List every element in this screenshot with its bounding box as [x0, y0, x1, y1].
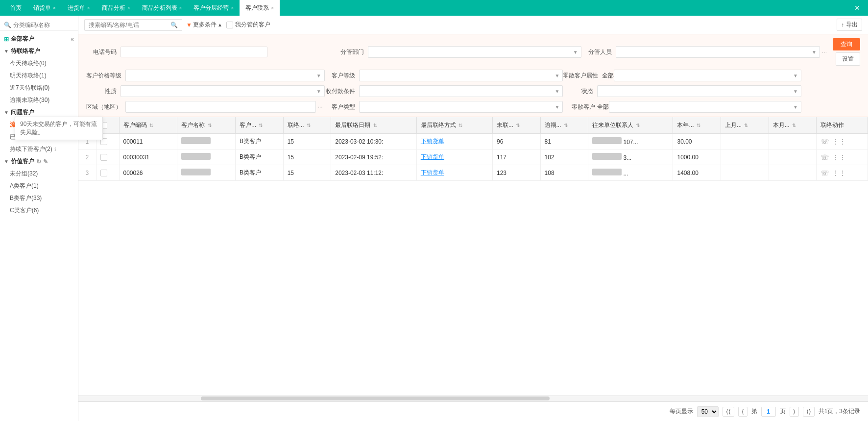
th-last-method[interactable]: 最后联络方式 ⇅	[416, 117, 492, 134]
next-page-btn[interactable]: ⟩	[790, 407, 799, 417]
filter-dept-select[interactable]: ▼	[368, 46, 581, 58]
filter-region-select[interactable]	[125, 101, 316, 113]
th-contact[interactable]: 联络... ⇅	[283, 117, 331, 134]
sidebar-section-value[interactable]: ▼ 价值客户 ↻ ✎	[0, 155, 78, 168]
nav-product-list-close[interactable]: ×	[179, 5, 182, 11]
toolbar-search-input[interactable]	[89, 22, 170, 28]
td-lm-2	[721, 149, 769, 165]
toolbar-search-icon[interactable]: 🔍	[170, 22, 178, 28]
collapse-btn[interactable]: «	[71, 36, 74, 43]
td-method-1[interactable]: 下销货单	[416, 134, 492, 149]
filter-manager-select[interactable]: ▼	[616, 46, 820, 58]
filter-more-btn[interactable]: ···	[820, 49, 829, 55]
th-overdue[interactable]: 逾期... ⇅	[540, 117, 588, 134]
filter-phone-input[interactable]	[121, 47, 267, 57]
nav-purchase-close[interactable]: ×	[87, 5, 90, 11]
nav-product-analysis-close[interactable]: ×	[127, 5, 130, 11]
edit-icon[interactable]: ✎	[43, 158, 48, 165]
sidebar-item-class-a[interactable]: A类客户(1)	[0, 180, 78, 192]
filter-lingshan-attr-field: 零散客户属性 全部 ▼	[563, 70, 801, 81]
table-container: ⚙ 客户编码 ⇅ 客户名称 ⇅	[78, 117, 868, 396]
menu-icon-3[interactable]: ⋮⋮	[832, 169, 846, 177]
nav-customer-segment[interactable]: 客户分层经营 ×	[188, 0, 240, 16]
sidebar-item-class-b[interactable]: B类客户(33)	[0, 192, 78, 204]
refresh-icon[interactable]: ↻	[36, 158, 41, 165]
my-customers-checkbox[interactable]	[226, 22, 233, 28]
nav-sales[interactable]: 销货单 ×	[27, 0, 62, 16]
th-last-date[interactable]: 最后联络日期 ⇅	[331, 117, 417, 134]
sidebar-item-ungrouped[interactable]: 未分组(32)	[0, 168, 78, 180]
action-icons-3: ☏ ⋮⋮	[820, 169, 864, 177]
prev-page-btn[interactable]: ⟨	[738, 407, 747, 417]
th-contact-person[interactable]: 往来单位联系人 ⇅	[588, 117, 673, 134]
sort-name-icon: ⇅	[208, 123, 212, 128]
nav-customer-contact[interactable]: 客户联系 ×	[240, 0, 280, 16]
sidebar-item-class-c[interactable]: C类客户(6)	[0, 204, 78, 217]
first-page-btn[interactable]: ⟨⟨	[723, 407, 734, 417]
scrollbar-thumb[interactable]	[201, 396, 550, 400]
all-customers-header[interactable]: ⊞ 全部客户 «	[0, 33, 78, 45]
sidebar-search-area: 🔍	[0, 20, 78, 31]
sidebar-item-tomorrow[interactable]: 明天待联络(1)	[0, 70, 78, 82]
nav-customer-contact-close[interactable]: ×	[271, 5, 274, 11]
th-uncontact[interactable]: 未联... ⇅	[492, 117, 540, 134]
filter-payment-select[interactable]: ▼	[359, 85, 563, 97]
more-conditions-btn[interactable]: ▼ 更多条件 ▲	[186, 21, 222, 29]
sidebar-search-input[interactable]	[13, 22, 74, 28]
nav-customer-segment-close[interactable]: ×	[231, 5, 234, 11]
nav-product-analysis[interactable]: 商品分析 ×	[96, 0, 136, 16]
td-method-3[interactable]: 下销货单	[416, 165, 492, 181]
filter-nature-select[interactable]: ▼	[121, 85, 325, 97]
sidebar-section-pending[interactable]: ▼ 待联络客户	[0, 45, 78, 57]
filter-lingshan-attr-select[interactable]: ▼	[614, 70, 801, 81]
window-close-btn[interactable]: ✕	[850, 4, 864, 12]
phone-icon-1[interactable]: ☏	[820, 138, 829, 146]
last-page-btn[interactable]: ⟩⟩	[803, 407, 815, 417]
menu-icon-2[interactable]: ⋮⋮	[832, 153, 846, 161]
th-code[interactable]: 客户编码 ⇅	[119, 117, 177, 134]
th-this-month[interactable]: 本月... ⇅	[769, 117, 817, 134]
filter-customer-type-select[interactable]: ▼	[359, 101, 563, 113]
filter-lingshan-select[interactable]: ▼	[609, 101, 801, 113]
filter-status-select[interactable]: ▼	[597, 85, 801, 97]
td-name-1	[177, 134, 236, 149]
th-last-month[interactable]: 上月... ⇅	[721, 117, 769, 134]
chevron-down-icon: ▼	[573, 50, 578, 55]
filter-customer-level-select[interactable]: ▼	[359, 70, 563, 81]
td-type-2: B类客户	[236, 149, 284, 165]
nav-home[interactable]: 首页	[4, 0, 27, 16]
nav-product-list[interactable]: 商品分析列表 ×	[136, 0, 188, 16]
filter-nature-field: 性质 ▼	[86, 85, 325, 97]
sort-code-icon: ⇅	[149, 123, 153, 128]
phone-icon-2[interactable]: ☏	[820, 153, 829, 161]
th-this-year[interactable]: 本年... ⇅	[673, 117, 721, 134]
horizontal-scrollbar[interactable]	[78, 396, 868, 401]
per-page-select[interactable]: 50	[697, 406, 719, 417]
sidebar-item-7days[interactable]: 近7天待联络(0)	[0, 82, 78, 94]
table-row: 3 000026 B类客户 15 2023-02-03 11:12: 下销货单 …	[78, 165, 868, 181]
td-year-1: 30.00	[673, 134, 721, 149]
sidebar-item-overdue[interactable]: 逾期未联络(30)	[0, 94, 78, 106]
row-3-checkbox[interactable]	[100, 170, 107, 176]
filter-region-more-btn[interactable]: ···	[316, 103, 325, 110]
td-date-2: 2023-02-09 19:52:	[331, 149, 417, 165]
table-header-row: ⚙ 客户编码 ⇅ 客户名称 ⇅	[78, 117, 868, 134]
pagination: 每页显示 50 ⟨⟨ ⟨ 第 页 ⟩ ⟩⟩ 共1页，3条记录	[78, 401, 868, 421]
td-method-2[interactable]: 下销货单	[416, 149, 492, 165]
sidebar-item-declining[interactable]: 持续下滑客户(2) ℹ	[0, 143, 78, 155]
th-name[interactable]: 客户名称 ⇅	[177, 117, 236, 134]
row-2-checkbox[interactable]	[100, 154, 107, 161]
filter-price-level-select[interactable]: ▼	[125, 70, 325, 81]
sidebar-item-today[interactable]: 今天待联络(0)	[0, 57, 78, 70]
page-input[interactable]	[761, 407, 776, 417]
my-customers-toggle[interactable]: 我分管的客户	[226, 21, 270, 29]
settings-button[interactable]: 设置	[836, 52, 860, 66]
chevron-up-icon: ▲	[217, 22, 222, 27]
nav-sales-close[interactable]: ×	[53, 5, 56, 11]
nav-purchase[interactable]: 进货单 ×	[62, 0, 96, 16]
th-customer-type[interactable]: 客户... ⇅	[236, 117, 284, 134]
menu-icon-1[interactable]: ⋮⋮	[832, 138, 846, 146]
phone-icon-3[interactable]: ☏	[820, 169, 829, 177]
export-btn[interactable]: ↑ 导出	[837, 19, 862, 31]
query-button[interactable]: 查询	[833, 38, 860, 50]
